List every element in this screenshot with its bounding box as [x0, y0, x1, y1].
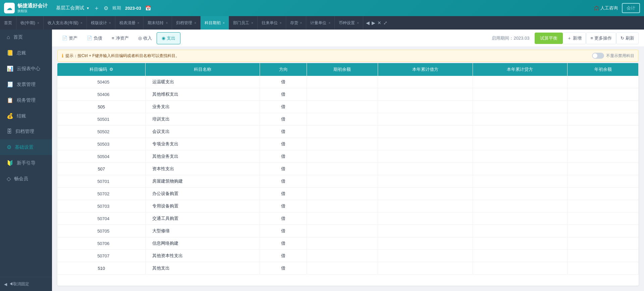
- sidebar-item-archive[interactable]: 🗄 归档管理: [0, 124, 52, 139]
- cell-year_credit: [473, 200, 568, 212]
- tab-archive[interactable]: 归档管理 ×: [172, 16, 201, 30]
- cell-period_balance[interactable]: [307, 237, 378, 250]
- cell-period_balance[interactable]: [307, 76, 378, 88]
- cell-period_balance[interactable]: [307, 150, 378, 163]
- more-label: 更多操作: [594, 35, 612, 41]
- table-container: 科目编码 ⚙ 科目名称 方向 期初余额 本年累计借方 本年累计贷方 年初余额 5…: [57, 63, 639, 286]
- tab-interim[interactable]: 收(中期) ×: [16, 16, 44, 30]
- cell-period_balance[interactable]: [307, 101, 378, 113]
- notice-icon: ℹ: [62, 53, 63, 58]
- sidebar-item-checkout[interactable]: 💰 结账: [0, 108, 52, 124]
- tab-archive-close[interactable]: ×: [194, 21, 196, 25]
- tab-contacts-close[interactable]: ×: [280, 21, 282, 25]
- sub-tab-income[interactable]: ◎ 收入: [133, 33, 157, 44]
- cell-year_debit: [378, 262, 473, 275]
- tab-annual[interactable]: 收入支出表(年报) ×: [44, 16, 87, 30]
- cell-period_balance[interactable]: [307, 175, 378, 188]
- tab-template[interactable]: 模版设计 ×: [87, 16, 115, 30]
- sub-tab-asset[interactable]: 📄 资产: [57, 33, 82, 44]
- cell-year_balance: [568, 250, 639, 262]
- add-company-button[interactable]: ＋: [94, 4, 100, 12]
- cell-year_debit: [378, 212, 473, 225]
- cell-period_balance[interactable]: [307, 188, 378, 200]
- cell-code: 50504: [57, 150, 146, 163]
- cell-period_balance[interactable]: [307, 138, 378, 150]
- tab-currency-close[interactable]: ×: [357, 21, 359, 25]
- sidebar-guide-label: 新手引导: [17, 160, 36, 166]
- tab-period-end-close[interactable]: ×: [166, 21, 168, 25]
- tab-home[interactable]: 首页: [0, 16, 16, 30]
- calculate-button[interactable]: 试算平衡: [535, 33, 563, 44]
- tab-unit[interactable]: 计量单位 ×: [306, 16, 335, 30]
- liability-icon: 📄: [87, 36, 92, 41]
- kuaiji-button[interactable]: 会计: [622, 3, 640, 13]
- sidebar-collapse-button[interactable]: ◀ ◀取消固定: [0, 277, 52, 291]
- sidebar-member-label: 畅会员: [14, 176, 28, 182]
- sidebar-item-member[interactable]: ◇ 畅会员: [0, 171, 52, 187]
- tab-next-icon[interactable]: ▶: [371, 19, 376, 26]
- close-all-tabs-icon[interactable]: ✕: [377, 19, 382, 26]
- add-button[interactable]: ＋ 新增: [563, 32, 586, 44]
- cell-year_credit: [473, 225, 568, 237]
- tab-inventory-close[interactable]: ×: [300, 21, 302, 25]
- expand-tabs-icon[interactable]: ⤢: [383, 19, 388, 26]
- sidebar-item-settings[interactable]: ⚙ 基础设置: [0, 139, 52, 155]
- tab-contacts[interactable]: 往来单位 ×: [258, 16, 286, 30]
- tab-subject-init[interactable]: 科目期初 ×: [201, 16, 229, 30]
- sub-tab-expense[interactable]: ◉ 支出: [157, 32, 180, 44]
- tab-tax[interactable]: 税表清册 ×: [115, 16, 144, 30]
- toggle-disabled-area: 不显示禁用科目: [592, 53, 634, 59]
- tab-prev-icon[interactable]: ◀: [365, 19, 370, 26]
- sidebar-item-home[interactable]: ⌂ 首页: [0, 30, 52, 45]
- tab-currency[interactable]: 币种设置 ×: [335, 16, 363, 30]
- ledger-icon: 📒: [7, 50, 13, 56]
- period-calendar-icon[interactable]: 📅: [145, 5, 151, 11]
- cell-code: 507: [57, 163, 146, 175]
- cell-year_balance: [568, 101, 639, 113]
- sidebar-item-invoice[interactable]: 🧾 发票管理: [0, 77, 52, 92]
- settings-icon[interactable]: ⚙: [104, 5, 108, 11]
- cell-period_balance[interactable]: [307, 163, 378, 175]
- tab-subject-init-close[interactable]: ×: [223, 21, 225, 25]
- tab-inventory[interactable]: 存货 ×: [286, 16, 307, 30]
- tab-interim-close[interactable]: ×: [37, 21, 39, 25]
- cell-period_balance[interactable]: [307, 262, 378, 275]
- company-selector[interactable]: 基层工会测试 ▼: [56, 5, 90, 11]
- cell-period_balance[interactable]: [307, 88, 378, 101]
- cell-year_credit: [473, 175, 568, 188]
- headset-icon: 🎧: [594, 6, 599, 11]
- cell-period_balance[interactable]: [307, 225, 378, 237]
- support-button[interactable]: 🎧 人工咨询: [594, 5, 618, 11]
- sidebar-item-tax[interactable]: 📋 税务管理: [0, 92, 52, 108]
- tab-tax-close[interactable]: ×: [138, 21, 140, 25]
- sidebar-item-reports[interactable]: 📊 云报表中心: [0, 61, 52, 77]
- refresh-button[interactable]: ↻ 刷新: [616, 32, 639, 44]
- sidebar-item-ledger[interactable]: 📒 总账: [0, 45, 52, 61]
- cell-period_balance[interactable]: [307, 200, 378, 212]
- cell-period_balance[interactable]: [307, 126, 378, 138]
- tab-template-close[interactable]: ×: [109, 21, 111, 25]
- cell-year_credit: [473, 212, 568, 225]
- cell-name: 专用设备购置: [146, 200, 260, 212]
- cell-name: 办公设备购置: [146, 188, 260, 200]
- cell-name: 其他业务支出: [146, 150, 260, 163]
- toggle-disabled-switch[interactable]: [592, 53, 604, 59]
- cell-year_credit: [473, 188, 568, 200]
- cell-direction: 借: [260, 150, 307, 163]
- sub-tab-liability[interactable]: 📄 负债: [82, 33, 107, 44]
- tab-dept[interactable]: 部门员工 ×: [229, 16, 258, 30]
- sub-tab-net-asset[interactable]: ≡ 净资产: [107, 33, 133, 44]
- sidebar-item-guide[interactable]: 🔰 新手引导: [0, 155, 52, 171]
- tab-tax-label: 税表清册: [119, 20, 136, 26]
- tab-unit-close[interactable]: ×: [328, 21, 330, 25]
- tab-annual-close[interactable]: ×: [80, 21, 83, 25]
- more-operations-button[interactable]: ≡ 更多操作: [586, 32, 616, 44]
- tab-period-end[interactable]: 期末结转 ×: [144, 16, 172, 30]
- cell-period_balance[interactable]: [307, 250, 378, 262]
- cell-year_debit: [378, 225, 473, 237]
- cell-period_balance[interactable]: [307, 212, 378, 225]
- header-right: 🎧 人工咨询 会计: [594, 3, 640, 13]
- sidebar: ⌂ 首页 📒 总账 📊 云报表中心 🧾 发票管理 📋 税务管理 💰 结账 🗄 归…: [0, 30, 52, 291]
- tab-dept-close[interactable]: ×: [251, 21, 253, 25]
- cell-period_balance[interactable]: [307, 113, 378, 126]
